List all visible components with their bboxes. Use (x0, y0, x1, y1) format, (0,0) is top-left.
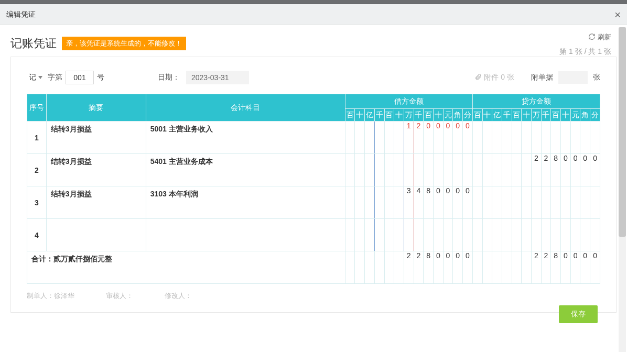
digit-cell (531, 219, 541, 251)
digit-cell (590, 186, 600, 219)
meta-row: 记 字第 号 日期： 附件 0 张 附单据 (27, 71, 600, 84)
digit-cell: 0 (424, 122, 434, 154)
digit-cell (424, 219, 434, 251)
th-digit: 百 (424, 109, 434, 122)
digit-cell (482, 251, 492, 284)
digit-cell (580, 122, 590, 154)
row-seq: 4 (27, 219, 47, 251)
digit-cell (512, 154, 522, 186)
digit-cell (522, 186, 532, 219)
reviewer-label: 审核人： (106, 291, 133, 301)
digit-cell: 0 (443, 251, 453, 284)
save-button[interactable]: 保存 (559, 305, 598, 323)
digit-cell (551, 219, 561, 251)
digit-cell (561, 122, 571, 154)
digit-cell (424, 154, 434, 186)
digit-cell (502, 154, 512, 186)
digit-cell (374, 122, 384, 154)
th-digit: 角 (453, 109, 463, 122)
digit-cell (374, 186, 384, 219)
digit-cell (492, 219, 502, 251)
digit-cell (541, 219, 551, 251)
row-summary[interactable]: 结转3月损益 (46, 186, 146, 219)
hao-label: 号 (97, 73, 104, 82)
close-icon[interactable]: × (614, 9, 621, 20)
digit-cell (414, 219, 424, 251)
digit-cell (355, 186, 365, 219)
row-account[interactable]: 3103 本年利润 (146, 186, 345, 219)
digit-cell (482, 186, 492, 219)
digit-cell (522, 154, 532, 186)
row-account[interactable]: 5401 主营业务成本 (146, 154, 345, 186)
digit-cell (345, 219, 355, 251)
total-label: 合计：贰万贰仟捌佰元整 (27, 251, 345, 284)
voucher-type-select[interactable]: 记 (27, 72, 45, 83)
date-input[interactable] (186, 71, 249, 84)
zidi-label: 字第 (48, 73, 62, 82)
digit-cell (355, 154, 365, 186)
attachment-link[interactable]: 附件 0 张 (474, 73, 514, 82)
digit-cell (365, 122, 375, 154)
scrollbar-thumb[interactable] (619, 27, 626, 237)
row-summary[interactable]: 结转3月损益 (46, 122, 146, 154)
table-row[interactable]: 2结转3月损益5401 主营业务成本2280000 (27, 154, 600, 186)
th-digit: 万 (404, 109, 414, 122)
th-summary: 摘要 (46, 94, 146, 122)
digit-cell: 2 (541, 154, 551, 186)
digit-cell (345, 154, 355, 186)
digit-cell: 0 (463, 251, 473, 284)
page-count: 第 1 张 / 共 1 张 (559, 47, 611, 57)
digit-cell (394, 219, 404, 251)
row-account[interactable]: 5001 主营业务收入 (146, 122, 345, 154)
refresh-button[interactable]: 刷新 (588, 32, 611, 42)
digit-cell (482, 122, 492, 154)
digit-cell (580, 186, 590, 219)
digit-cell (492, 122, 502, 154)
row-summary[interactable]: 结转3月损益 (46, 154, 146, 186)
digit-cell: 2 (541, 251, 551, 284)
fudanju-label: 附单据 (531, 73, 553, 82)
digit-cell (482, 154, 492, 186)
digit-cell (404, 219, 414, 251)
row-account[interactable] (146, 219, 345, 251)
th-digit: 百 (472, 109, 482, 122)
th-digit: 十 (482, 109, 492, 122)
digit-cell (443, 154, 453, 186)
digit-cell (492, 186, 502, 219)
digit-cell (561, 219, 571, 251)
table-row[interactable]: 1结转3月损益5001 主营业务收入1200000 (27, 122, 600, 154)
digit-cell (492, 251, 502, 284)
row-summary[interactable] (46, 219, 146, 251)
row-seq: 3 (27, 186, 47, 219)
table-row[interactable]: 4 (27, 219, 600, 251)
digit-cell (374, 154, 384, 186)
dialog-header: 编辑凭证 × (0, 4, 627, 25)
digit-cell: 0 (463, 122, 473, 154)
digit-cell (512, 251, 522, 284)
digit-cell (433, 219, 443, 251)
th-digit: 元 (443, 109, 453, 122)
dialog-title: 编辑凭证 (6, 10, 36, 19)
voucher-number-input[interactable] (66, 71, 94, 84)
digit-cell (472, 219, 482, 251)
digit-cell (482, 219, 492, 251)
digit-cell (522, 122, 532, 154)
table-row[interactable]: 3结转3月损益3103 本年利润3480000 (27, 186, 600, 219)
digit-cell (590, 219, 600, 251)
th-digit: 十 (355, 109, 365, 122)
digit-cell (355, 122, 365, 154)
digit-cell (384, 186, 394, 219)
th-digit: 十 (394, 109, 404, 122)
digit-cell (570, 219, 580, 251)
title-row: 记账凭证 亲，该凭证是系统生成的，不能修改！ (10, 36, 617, 51)
attachment-count-input[interactable] (558, 71, 588, 84)
voucher-type-label: 记 (29, 73, 36, 82)
digit-cell (492, 154, 502, 186)
digit-cell (355, 219, 365, 251)
digit-cell (502, 251, 512, 284)
digit-cell (404, 154, 414, 186)
total-row: 合计：贰万贰仟捌佰元整 2280000 2280000 (27, 251, 600, 284)
digit-cell: 0 (453, 122, 463, 154)
maker-label: 制单人：徐泽华 (27, 291, 74, 301)
digit-cell (561, 186, 571, 219)
